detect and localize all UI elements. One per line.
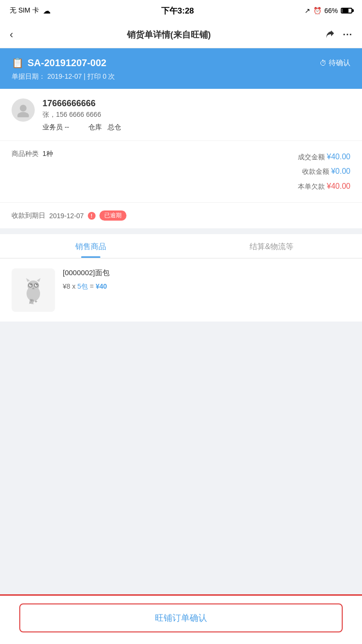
- equals: =: [88, 282, 96, 290]
- warehouse-value: 总仓: [108, 123, 121, 131]
- svg-text:趣+: 趣+: [29, 298, 37, 304]
- customer-name: 张，156 6666 6666: [42, 111, 350, 119]
- order-id: 📋 SA-20191207-002: [12, 57, 106, 69]
- svg-point-0: [20, 105, 27, 112]
- customer-phone: 17666666666: [42, 98, 350, 109]
- battery-percent: 66%: [324, 7, 338, 14]
- product-type-label: 商品种类: [12, 150, 39, 157]
- warning-icon: !: [88, 212, 96, 220]
- sim-text: 无 SIM 卡: [10, 6, 39, 15]
- product-price: ¥8 x 5包 = ¥40: [63, 282, 350, 291]
- customer-meta: 业务员 -- 仓库 总仓: [42, 123, 350, 132]
- svg-point-9: [30, 284, 31, 285]
- product-card: 趣+ [0000002]面包 ¥8 x 5包 = ¥40: [0, 259, 362, 322]
- tabs-section: 销售商品 结算&物流等: [0, 234, 362, 259]
- product-image: 趣+: [12, 268, 55, 312]
- summary-left: 商品种类 1种: [12, 150, 53, 158]
- product-qty: 5包: [77, 282, 88, 290]
- confirm-order-button[interactable]: 旺铺订单确认: [19, 603, 343, 632]
- received-label: 收款金额: [302, 168, 329, 175]
- share-button[interactable]: [324, 29, 335, 40]
- customer-card: 17666666666 张，156 6666 6666 业务员 -- 仓库 总仓…: [0, 89, 362, 228]
- product-name: [0000002]面包: [63, 268, 350, 278]
- balance-due-row: 本单欠款 ¥40.00: [298, 179, 350, 194]
- status-left: 无 SIM 卡 ☁: [10, 6, 51, 15]
- status-bar: 无 SIM 卡 ☁ 下午3:28 ↗ ⏰ 66%: [0, 0, 362, 21]
- customer-section: 17666666666 张，156 6666 6666 业务员 -- 仓库 总仓: [0, 89, 362, 141]
- order-date: 单据日期： 2019-12-07 | 打印 0 次: [12, 72, 350, 81]
- transaction-amount-row: 成交金额 ¥40.00: [298, 150, 350, 164]
- back-button[interactable]: ‹: [10, 28, 13, 41]
- avatar: [12, 98, 35, 122]
- due-section: 收款到期日 2019-12-07 ! 已逾期: [0, 203, 362, 228]
- summary-section: 商品种类 1种 成交金额 ¥40.00 收款金额 ¥0.00 本单欠款 ¥40.…: [0, 141, 362, 203]
- battery-icon: [341, 8, 352, 14]
- due-date-label: 收款到期日: [12, 211, 45, 220]
- nav-bar: ‹ 销货单详情(来自旺铺) ···: [0, 21, 362, 48]
- doc-icon: 📋: [12, 57, 24, 69]
- transaction-amount: ¥40.00: [327, 153, 350, 161]
- salesman-value: --: [65, 123, 69, 131]
- tab-settlement-logistics[interactable]: 结算&物流等: [181, 234, 362, 258]
- summary-right: 成交金额 ¥40.00 收款金额 ¥0.00 本单欠款 ¥40.00: [298, 150, 350, 194]
- order-status: ⏱ 待确认: [320, 58, 350, 68]
- bottom-area: [0, 327, 362, 448]
- svg-point-10: [36, 284, 37, 285]
- balance-due-label: 本单欠款: [298, 182, 325, 190]
- clock-icon: ⏱: [320, 59, 327, 67]
- tab-sales-products[interactable]: 销售商品: [0, 234, 181, 258]
- svg-point-1: [17, 112, 29, 117]
- bottom-button-container: 旺铺订单确认: [0, 594, 362, 644]
- warehouse-label: 仓库: [88, 123, 102, 131]
- due-date-value: 2019-12-07: [49, 212, 84, 220]
- nav-actions: ···: [324, 29, 352, 40]
- product-type-value: 1种: [42, 150, 53, 157]
- status-time: 下午3:28: [161, 5, 194, 16]
- order-header: 📋 SA-20191207-002 ⏱ 待确认 单据日期： 2019-12-07…: [0, 48, 362, 89]
- salesman-label: 业务员: [42, 123, 63, 131]
- received-amount: ¥0.00: [331, 167, 350, 175]
- page-title: 销货单详情(来自旺铺): [127, 29, 211, 41]
- overdue-badge: 已逾期: [99, 210, 126, 221]
- product-list: 趣+ [0000002]面包 ¥8 x 5包 = ¥40: [0, 259, 362, 322]
- status-right: ↗ ⏰ 66%: [305, 7, 352, 14]
- product-info: [0000002]面包 ¥8 x 5包 = ¥40: [63, 268, 350, 291]
- salesman-field: 业务员 --: [42, 123, 69, 132]
- location-icon: ↗: [305, 7, 310, 14]
- warehouse-field: 仓库 总仓: [88, 123, 121, 132]
- customer-info: 17666666666 张，156 6666 6666 业务员 -- 仓库 总仓: [42, 98, 350, 132]
- wifi-icon: ☁: [43, 6, 51, 15]
- more-button[interactable]: ···: [343, 29, 352, 40]
- received-amount-row: 收款金额 ¥0.00: [298, 164, 350, 179]
- product-total: ¥40: [96, 282, 107, 290]
- alarm-icon: ⏰: [313, 7, 321, 14]
- transaction-label: 成交金额: [298, 153, 325, 161]
- balance-due-amount: ¥40.00: [327, 182, 350, 190]
- price-label: ¥8 x: [63, 282, 77, 290]
